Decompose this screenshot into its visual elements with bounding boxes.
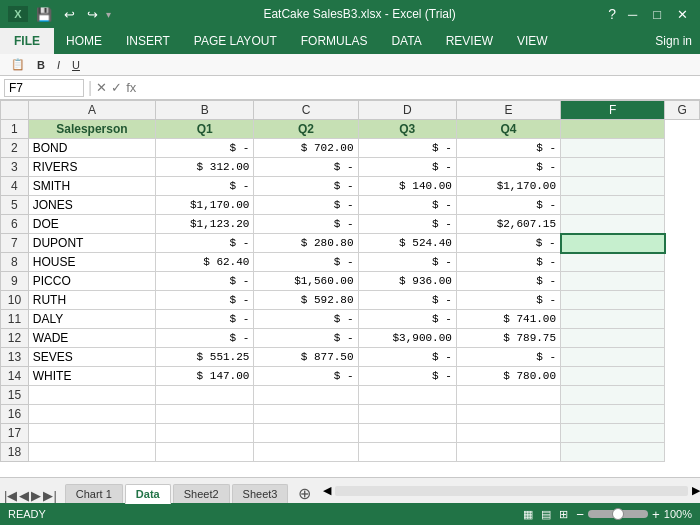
cell-8-1[interactable]: $ 62.40 (156, 253, 254, 272)
restore-button[interactable]: □ (649, 5, 665, 24)
cell-9-3[interactable]: $ 936.00 (358, 272, 456, 291)
col-header-D[interactable]: D (358, 101, 456, 120)
cell-16-2[interactable] (254, 405, 358, 424)
ribbon-paste[interactable]: 📋 (6, 56, 30, 73)
cell-4-2[interactable]: $ - (254, 177, 358, 196)
minimize-button[interactable]: ─ (624, 5, 641, 24)
cell-13-3[interactable]: $ - (358, 348, 456, 367)
ribbon-bold[interactable]: B (32, 57, 50, 73)
cell-8-5[interactable] (561, 253, 665, 272)
sign-in[interactable]: Sign in (655, 28, 700, 54)
cell-17-1[interactable] (156, 424, 254, 443)
cell-14-2[interactable]: $ - (254, 367, 358, 386)
zoom-in-button[interactable]: + (652, 507, 660, 522)
cell-18-1[interactable] (156, 443, 254, 462)
col-header-A[interactable]: A (28, 101, 155, 120)
cell-14-3[interactable]: $ - (358, 367, 456, 386)
cell-10-0[interactable]: RUTH (28, 291, 155, 310)
name-box[interactable] (4, 79, 84, 97)
cell-12-0[interactable]: WADE (28, 329, 155, 348)
tab-view[interactable]: VIEW (505, 28, 560, 54)
cell-8-2[interactable]: $ - (254, 253, 358, 272)
cell-17-4[interactable] (456, 424, 560, 443)
scroll-left-button[interactable]: ◀ (323, 484, 331, 497)
cell-9-2[interactable]: $1,560.00 (254, 272, 358, 291)
function-icon[interactable]: fx (126, 80, 136, 95)
help-icon[interactable]: ? (608, 6, 616, 22)
cell-12-1[interactable]: $ - (156, 329, 254, 348)
confirm-icon[interactable]: ✓ (111, 80, 122, 95)
cancel-icon[interactable]: ✕ (96, 80, 107, 95)
cell-5-3[interactable]: $ - (358, 196, 456, 215)
cell-18-0[interactable] (28, 443, 155, 462)
col-header-C[interactable]: C (254, 101, 358, 120)
cell-15-2[interactable] (254, 386, 358, 405)
tab-file[interactable]: FILE (0, 28, 54, 54)
add-sheet-button[interactable]: ⊕ (294, 484, 315, 503)
view-normal-icon[interactable]: ▦ (523, 508, 533, 521)
tab-page-layout[interactable]: PAGE LAYOUT (182, 28, 289, 54)
cell-3-3[interactable]: $ - (358, 158, 456, 177)
formula-input[interactable] (140, 80, 696, 96)
cell-4-0[interactable]: SMITH (28, 177, 155, 196)
horizontal-scrollbar[interactable]: ◀ ▶ (323, 478, 700, 503)
scroll-track[interactable] (335, 486, 688, 496)
cell-14-5[interactable] (561, 367, 665, 386)
view-layout-icon[interactable]: ▤ (541, 508, 551, 521)
cell-1-5[interactable] (561, 120, 665, 139)
cell-7-1[interactable]: $ - (156, 234, 254, 253)
cell-17-2[interactable] (254, 424, 358, 443)
zoom-slider[interactable] (588, 510, 648, 518)
col-header-G[interactable]: G (665, 101, 700, 120)
cell-6-1[interactable]: $1,123.20 (156, 215, 254, 234)
cell-16-1[interactable] (156, 405, 254, 424)
cell-13-5[interactable] (561, 348, 665, 367)
cell-6-3[interactable]: $ - (358, 215, 456, 234)
sheet-tab-chart1[interactable]: Chart 1 (65, 484, 123, 503)
cell-3-2[interactable]: $ - (254, 158, 358, 177)
cell-15-1[interactable] (156, 386, 254, 405)
redo-button[interactable]: ↪ (83, 5, 102, 24)
tab-first-button[interactable]: |◀ (4, 488, 17, 503)
cell-2-0[interactable]: BOND (28, 139, 155, 158)
cell-17-5[interactable] (561, 424, 665, 443)
cell-16-0[interactable] (28, 405, 155, 424)
tab-insert[interactable]: INSERT (114, 28, 182, 54)
cell-3-5[interactable] (561, 158, 665, 177)
cell-1-3[interactable]: Q3 (358, 120, 456, 139)
cell-15-3[interactable] (358, 386, 456, 405)
cell-7-2[interactable]: $ 280.80 (254, 234, 358, 253)
cell-4-4[interactable]: $1,170.00 (456, 177, 560, 196)
cell-9-1[interactable]: $ - (156, 272, 254, 291)
cell-14-0[interactable]: WHITE (28, 367, 155, 386)
cell-18-3[interactable] (358, 443, 456, 462)
cell-2-3[interactable]: $ - (358, 139, 456, 158)
cell-17-0[interactable] (28, 424, 155, 443)
tab-formulas[interactable]: FORMULAS (289, 28, 380, 54)
cell-12-2[interactable]: $ - (254, 329, 358, 348)
cell-18-4[interactable] (456, 443, 560, 462)
close-button[interactable]: ✕ (673, 5, 692, 24)
tab-home[interactable]: HOME (54, 28, 114, 54)
cell-2-2[interactable]: $ 702.00 (254, 139, 358, 158)
cell-7-4[interactable]: $ - (456, 234, 560, 253)
cell-7-0[interactable]: DUPONT (28, 234, 155, 253)
cell-10-2[interactable]: $ 592.80 (254, 291, 358, 310)
cell-12-3[interactable]: $3,900.00 (358, 329, 456, 348)
cell-12-5[interactable] (561, 329, 665, 348)
cell-11-4[interactable]: $ 741.00 (456, 310, 560, 329)
col-header-F[interactable]: F (561, 101, 665, 120)
cell-6-5[interactable] (561, 215, 665, 234)
cell-13-0[interactable]: SEVES (28, 348, 155, 367)
cell-8-4[interactable]: $ - (456, 253, 560, 272)
cell-10-1[interactable]: $ - (156, 291, 254, 310)
cell-15-4[interactable] (456, 386, 560, 405)
cell-5-5[interactable] (561, 196, 665, 215)
cell-11-3[interactable]: $ - (358, 310, 456, 329)
cell-11-5[interactable] (561, 310, 665, 329)
cell-1-0[interactable]: Salesperson (28, 120, 155, 139)
save-button[interactable]: 💾 (32, 5, 56, 24)
cell-4-1[interactable]: $ - (156, 177, 254, 196)
cell-5-2[interactable]: $ - (254, 196, 358, 215)
cell-3-1[interactable]: $ 312.00 (156, 158, 254, 177)
